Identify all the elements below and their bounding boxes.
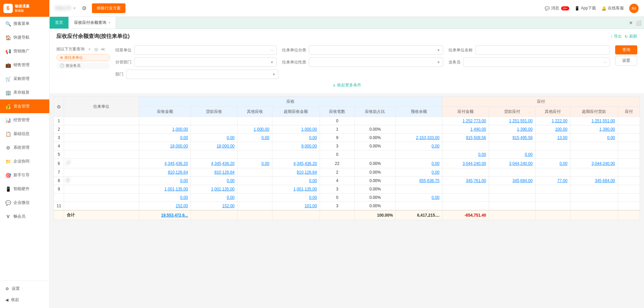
- table-cell[interactable]: 345,761.00: [442, 177, 489, 185]
- table-cell[interactable]: [237, 185, 272, 193]
- table-cell[interactable]: 1,251,551.00: [489, 117, 536, 125]
- table-cell[interactable]: 345,684.00: [489, 177, 536, 185]
- sidebar-item-member[interactable]: V 畅会员: [0, 210, 49, 223]
- table-cell[interactable]: [237, 142, 272, 150]
- table-cell[interactable]: [139, 150, 191, 159]
- tab-close-icon[interactable]: ×: [108, 21, 110, 25]
- table-cell[interactable]: [489, 168, 536, 177]
- table-cell[interactable]: 0.00: [139, 177, 191, 185]
- table-cell[interactable]: [237, 193, 272, 202]
- table-cell[interactable]: [442, 142, 489, 150]
- sidebar-item-marketing[interactable]: 📢 营销推广: [0, 44, 49, 58]
- sidebar-item-wechat[interactable]: 💬 企业微信: [0, 196, 49, 210]
- table-cell[interactable]: [272, 150, 320, 159]
- table-cell[interactable]: 1,001,135.00: [191, 185, 237, 193]
- table-cell[interactable]: [139, 117, 191, 125]
- table-cell[interactable]: [570, 168, 618, 177]
- table-cell[interactable]: 13.00: [535, 134, 570, 142]
- table-cell[interactable]: [442, 202, 489, 211]
- jiesuan-input[interactable]: ···: [134, 45, 277, 55]
- laiwang-name-input[interactable]: [475, 45, 610, 55]
- table-cell[interactable]: [396, 185, 442, 193]
- table-cell[interactable]: 810,126.64: [139, 168, 191, 177]
- sidebar-item-sales[interactable]: 💼 销售管理: [0, 58, 49, 72]
- sidebar-item-purchase[interactable]: 🛒 采购管理: [0, 72, 49, 86]
- table-cell[interactable]: [396, 125, 442, 134]
- sidebar-item-basic-info[interactable]: 📋 基础信息: [0, 127, 49, 141]
- table-cell[interactable]: [396, 150, 442, 159]
- table-cell[interactable]: [570, 185, 618, 193]
- sidebar-item-system[interactable]: ⚙ 系统管理: [0, 141, 49, 155]
- query-button[interactable]: 查询: [615, 45, 637, 54]
- sidebar-item-finance[interactable]: 💰 资金管理: [0, 99, 49, 113]
- export-button[interactable]: ↑ 导出: [610, 34, 622, 39]
- sidebar-item-collab[interactable]: 📁 企业协同: [0, 155, 49, 168]
- table-cell[interactable]: 152.00: [139, 202, 191, 211]
- table-cell[interactable]: 0.00: [191, 193, 237, 202]
- refresh-button[interactable]: ↻ 刷新: [625, 34, 637, 39]
- table-cell[interactable]: 1,390.00: [489, 125, 536, 134]
- table-cell[interactable]: 3,044,240.00: [570, 159, 618, 168]
- scheme-tag-salesman[interactable]: 🕐 按业务员: [56, 62, 110, 69]
- message-btn[interactable]: 💬 消息 99+: [545, 5, 569, 11]
- dept-input[interactable]: ▼: [126, 70, 278, 79]
- settings-button[interactable]: 设置: [615, 56, 637, 65]
- sidebar-item-inventory[interactable]: 🏢 库存核算: [0, 86, 49, 99]
- table-cell[interactable]: [489, 142, 536, 150]
- table-cell[interactable]: 0.00: [237, 159, 272, 168]
- laiwang-cat-input[interactable]: ▼: [309, 45, 443, 55]
- table-cell[interactable]: 101.00: [272, 202, 320, 211]
- table-cell[interactable]: 1,000.00: [272, 125, 320, 134]
- sidebar-item-search[interactable]: 🔍 搜索菜单: [0, 17, 49, 31]
- fenguan-input[interactable]: ▼: [134, 57, 277, 67]
- table-cell[interactable]: 810,126.64: [272, 168, 320, 177]
- sidebar-settings[interactable]: ⚙ 设置: [0, 283, 49, 294]
- table-cell[interactable]: 3,044,240.00: [489, 159, 536, 168]
- collapse-scheme-icon[interactable]: ≪: [101, 47, 105, 52]
- table-cell[interactable]: 2,153,333.00: [396, 134, 442, 142]
- table-cell[interactable]: 1,222.00: [535, 117, 570, 125]
- user-profile[interactable]: Rit: [629, 4, 639, 13]
- table-cell[interactable]: [489, 193, 536, 202]
- sidebar-item-operations[interactable]: 📊 经营管理: [0, 113, 49, 127]
- table-cell[interactable]: 915,508.56: [442, 134, 489, 142]
- table-cell[interactable]: 1,001,135.00: [272, 185, 320, 193]
- table-cell[interactable]: 152.00: [191, 202, 237, 211]
- table-cell[interactable]: [535, 193, 570, 202]
- window-maximize-icon[interactable]: ⬜: [636, 20, 641, 26]
- add-scheme-icon[interactable]: ＋: [87, 46, 92, 52]
- table-cell[interactable]: [237, 168, 272, 177]
- table-cell[interactable]: [237, 202, 272, 211]
- table-cell[interactable]: [442, 185, 489, 193]
- table-cell[interactable]: [535, 185, 570, 193]
- table-cell[interactable]: 1,390.00: [570, 125, 618, 134]
- tab-home[interactable]: 首页: [50, 17, 69, 29]
- table-cell[interactable]: [570, 142, 618, 150]
- table-cell[interactable]: 77.00: [535, 177, 570, 185]
- table-cell[interactable]: [442, 193, 489, 202]
- table-cell[interactable]: [191, 150, 237, 159]
- table-cell[interactable]: 18,000.00: [191, 142, 237, 150]
- table-cell[interactable]: [442, 168, 489, 177]
- table-cell[interactable]: [535, 150, 570, 159]
- table-settings-icon[interactable]: ⚙: [57, 104, 61, 109]
- table-cell[interactable]: [489, 185, 536, 193]
- table-cell[interactable]: 0.00: [442, 150, 489, 159]
- sidebar-item-hardware[interactable]: 📱 智能硬件: [0, 182, 49, 196]
- table-cell[interactable]: [396, 117, 442, 125]
- online-service-btn[interactable]: 🔔 在线客服: [601, 5, 624, 11]
- table-cell[interactable]: [489, 202, 536, 211]
- table-cell[interactable]: [191, 117, 237, 125]
- app-download-btn[interactable]: 📱 App下载: [575, 5, 596, 11]
- sidebar-item-guide[interactable]: 🎯 新手引导: [0, 168, 49, 182]
- table-cell[interactable]: 3,044,240.00: [442, 159, 489, 168]
- table-cell[interactable]: 0.00: [191, 134, 237, 142]
- table-cell[interactable]: 915,495.56: [489, 134, 536, 142]
- table-cell[interactable]: 0.00: [139, 134, 191, 142]
- table-cell[interactable]: [272, 117, 320, 125]
- table-cell[interactable]: 4,345,436.20: [191, 159, 237, 168]
- table-cell[interactable]: 0.00: [489, 150, 536, 159]
- tab-ar-query[interactable]: 应收应付余额查询 ×: [69, 17, 116, 29]
- sidebar-item-nav[interactable]: 🏠 快捷导航: [0, 31, 49, 44]
- table-cell[interactable]: 1,490.00: [442, 125, 489, 134]
